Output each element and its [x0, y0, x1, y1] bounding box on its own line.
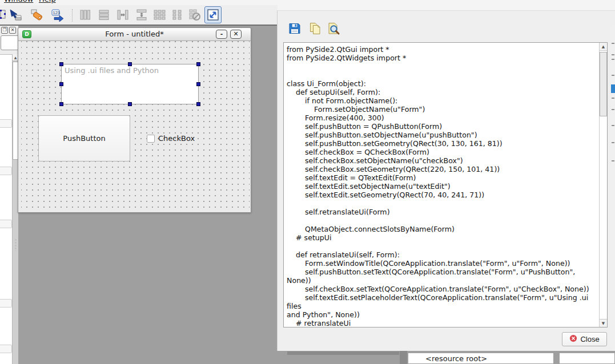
- code-line: # setupUi: [287, 233, 599, 242]
- minimize-button[interactable]: -: [216, 30, 227, 39]
- code-line: # retranslateUi: [287, 319, 599, 327]
- selection-handle-mid-left[interactable]: [59, 82, 63, 86]
- resource-browser-panel: <resource root>: [408, 353, 554, 364]
- checkbox-widget[interactable]: CheckBox: [147, 127, 204, 150]
- code-line: self.pushButton = QPushButton(Form): [287, 122, 599, 131]
- break-layout-icon: [188, 8, 202, 22]
- selection-handle-bottom-center[interactable]: [128, 102, 132, 106]
- form-window-titlebar[interactable]: D Form - untitled* - ✕: [18, 28, 251, 41]
- toolbar-separator: [72, 9, 73, 22]
- find-button[interactable]: [325, 21, 341, 37]
- widget-category-bar[interactable]: [0, 167, 12, 175]
- layout-horizontal-icon: [78, 8, 92, 22]
- layout-grid-icon: [152, 8, 166, 22]
- close-window-button[interactable]: ✕: [230, 30, 242, 39]
- edit-signals-slots-button[interactable]: [7, 6, 24, 23]
- close-red-icon: [569, 334, 577, 344]
- layout-vertical-icon: [97, 8, 111, 22]
- widget-category-bar[interactable]: [0, 119, 12, 128]
- checkbox-label: CheckBox: [158, 134, 195, 143]
- menu-item-window[interactable]: Window: [4, 0, 33, 3]
- qt-designer-screen: Window Help 123: [0, 0, 615, 364]
- widget-category-bar[interactable]: [0, 220, 12, 228]
- selection-handle-top-center[interactable]: [128, 62, 132, 66]
- main-toolbar: 123: [0, 5, 278, 26]
- widget-box-dock: ❐ ✕ ▲: [0, 26, 18, 364]
- code-line: QMetaObject.connectSlotsByName(Form): [287, 225, 599, 233]
- selection-handle-mid-right[interactable]: [196, 82, 200, 86]
- code-line: [287, 216, 599, 225]
- code-line: self.pushButton.setText(QCoreApplication…: [287, 268, 599, 285]
- code-line: self.textEdit.setObjectName(u"textEdit"): [287, 182, 599, 191]
- layout-form-button[interactable]: [169, 6, 186, 23]
- code-line: Form.setObjectName(u"Form"): [287, 105, 599, 114]
- edit-tab-order-button[interactable]: 123: [49, 6, 66, 23]
- widget-box-list[interactable]: [0, 54, 12, 364]
- code-line: self.checkBox.setText(QCoreApplication.t…: [287, 285, 599, 293]
- edit-signals-slots-icon: [9, 8, 22, 22]
- find-icon: [327, 22, 340, 35]
- save-button[interactable]: [287, 21, 303, 37]
- save-icon: [288, 22, 302, 35]
- copy-icon: [308, 22, 322, 35]
- code-line: self.textEdit = QTextEdit(Form): [287, 173, 599, 182]
- selection-handle-top-right[interactable]: [196, 62, 200, 66]
- code-line: Form.resize(400, 300): [287, 114, 599, 122]
- code-line: self.retranslateUi(Form): [287, 208, 599, 216]
- right-edge-panel: [611, 26, 615, 351]
- selection-handle-bottom-left[interactable]: [59, 102, 63, 106]
- checkbox-indicator[interactable]: [147, 135, 155, 143]
- resource-detail-panel: [559, 353, 615, 364]
- widget-category-bar[interactable]: [0, 299, 12, 308]
- code-line: from PySide2.QtWidgets import *: [287, 54, 599, 62]
- close-dialog-button[interactable]: Close: [562, 332, 607, 346]
- bottom-scrollbar-thumb[interactable]: [287, 351, 399, 355]
- layout-grid-button[interactable]: [151, 6, 168, 23]
- adjust-size-button[interactable]: [204, 6, 222, 23]
- scrollbar-thumb[interactable]: [600, 52, 607, 116]
- code-line: self.pushButton.setObjectName(u"pushButt…: [287, 131, 599, 139]
- layout-horizontal-splitter-icon: [116, 8, 130, 22]
- code-line: and Python", None)): [287, 310, 599, 319]
- code-line: def setupUi(self, Form):: [287, 88, 599, 96]
- code-line: from PySide2.QtGui import *: [287, 45, 599, 54]
- edit-buddies-button[interactable]: [29, 6, 46, 23]
- svg-text:123: 123: [53, 10, 61, 15]
- layout-vertical-button[interactable]: [95, 6, 112, 23]
- layout-form-icon: [171, 8, 184, 22]
- code-line: [287, 62, 599, 71]
- dock-close-icon[interactable]: ✕: [9, 27, 16, 34]
- code-content: from PySide2.QtGui import *from PySide2.…: [284, 43, 599, 327]
- layout-horizontal-splitter-button[interactable]: [114, 6, 131, 23]
- code-preview-dialog: from PySide2.QtGui import *from PySide2.…: [277, 10, 615, 351]
- code-line: [287, 242, 599, 250]
- form-canvas[interactable]: Using .ui files and Python PushButton Ch…: [21, 41, 250, 212]
- close-button-label: Close: [580, 335, 599, 343]
- adjust-size-icon: [206, 8, 220, 22]
- break-layout-button[interactable]: [186, 6, 203, 23]
- code-line: def retranslateUi(self, Form):: [287, 250, 599, 259]
- bottom-dock-splitter[interactable]: [400, 351, 407, 364]
- code-line: class Ui_Form(object):: [287, 79, 599, 88]
- code-line: Form.setWindowTitle(QCoreApplication.tra…: [287, 259, 599, 268]
- pushbutton-widget[interactable]: PushButton: [38, 115, 130, 161]
- scroll-down-icon[interactable]: ▼: [600, 319, 607, 327]
- textedit-placeholder: Using .ui files and Python: [65, 66, 159, 75]
- dock-splitter-handle[interactable]: [15, 238, 17, 251]
- menu-item-help[interactable]: Help: [39, 0, 56, 3]
- widget-category-bar[interactable]: [0, 345, 12, 353]
- selection-handle-bottom-right[interactable]: [196, 102, 200, 106]
- code-view[interactable]: from PySide2.QtGui import *from PySide2.…: [283, 42, 608, 327]
- selection-handle-top-left[interactable]: [59, 62, 63, 66]
- code-scrollbar[interactable]: ▲ ▼: [599, 43, 607, 327]
- dock-float-icon[interactable]: ❐: [1, 27, 8, 34]
- layout-vertical-splitter-button[interactable]: [133, 6, 150, 23]
- scroll-up-icon[interactable]: ▲: [600, 43, 607, 51]
- widget-filter-input[interactable]: [1, 35, 19, 50]
- code-line: self.checkBox = QCheckBox(Form): [287, 148, 599, 156]
- copy-button[interactable]: [307, 21, 323, 37]
- edit-buddies-icon: [30, 8, 44, 22]
- textedit-widget[interactable]: Using .ui files and Python: [61, 64, 199, 104]
- layout-horizontal-button[interactable]: [77, 6, 94, 23]
- resource-root-item[interactable]: <resource root>: [425, 354, 487, 363]
